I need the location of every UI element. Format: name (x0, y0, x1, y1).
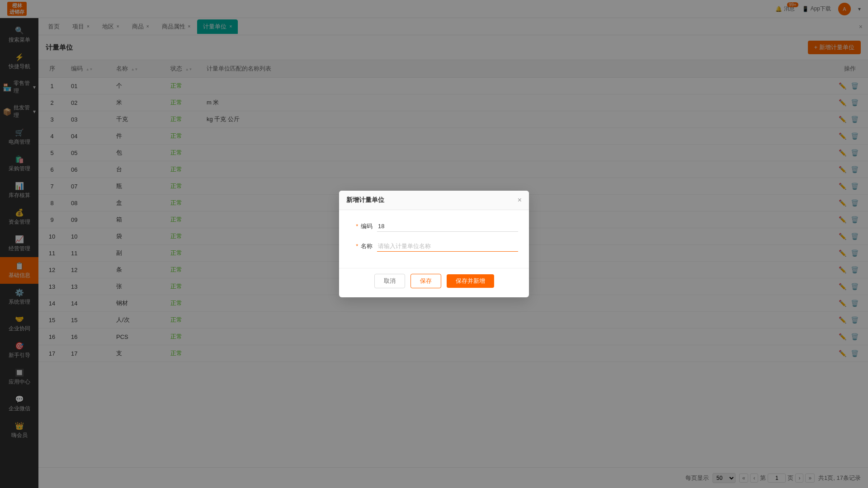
required-star-code: * (356, 223, 358, 230)
required-star-name: * (356, 243, 358, 249)
name-input[interactable] (377, 241, 518, 252)
modal-header: 新增计量单位 × (339, 191, 529, 210)
name-label: * 名称 (350, 242, 373, 250)
code-input[interactable] (377, 221, 518, 232)
cancel-button[interactable]: 取消 (374, 274, 405, 288)
modal-footer: 取消 保存 保存并新增 (339, 268, 529, 297)
modal-overlay: 新增计量单位 × * 编码 * 名称 取消 保存 保存并新增 (0, 0, 868, 488)
form-row-name: * 名称 (350, 241, 518, 252)
save-button[interactable]: 保存 (410, 274, 441, 288)
modal-title: 新增计量单位 (346, 196, 384, 204)
add-unit-modal: 新增计量单位 × * 编码 * 名称 取消 保存 保存并新增 (339, 191, 529, 297)
form-row-code: * 编码 (350, 221, 518, 232)
modal-close-button[interactable]: × (518, 197, 522, 204)
save-and-new-button[interactable]: 保存并新增 (447, 274, 494, 288)
modal-body: * 编码 * 名称 (339, 210, 529, 268)
code-label: * 编码 (350, 222, 373, 230)
